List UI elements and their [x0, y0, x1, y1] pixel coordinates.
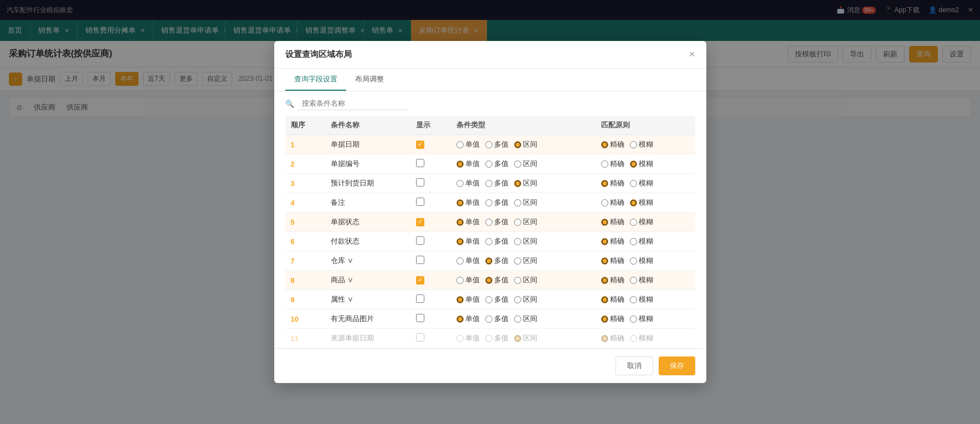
- condition-type-多值-option[interactable]: 多值: [485, 294, 509, 304]
- condition-type-单值-option[interactable]: 单值: [456, 198, 480, 208]
- row-display-cell: [411, 174, 450, 193]
- row-condition-type-cell: 单值多值区间: [451, 154, 596, 174]
- row-condition-name: 预计到货日期: [325, 174, 411, 193]
- row-condition-name: 商品 ∨: [325, 271, 411, 290]
- row-condition-name: 单据状态: [325, 213, 411, 232]
- condition-type-单值-option[interactable]: 单值: [456, 217, 480, 227]
- table-row: 1单据日期单值多值区间精确模糊: [285, 135, 695, 154]
- table-row: 9属性 ∨单值多值区间精确模糊: [285, 290, 695, 309]
- match-模糊-option[interactable]: 模糊: [630, 139, 653, 149]
- table-row: 5单据状态单值多值区间精确模糊: [285, 213, 695, 232]
- row-match-cell: 精确模糊: [596, 309, 695, 313]
- display-checkbox[interactable]: [416, 198, 424, 206]
- display-checkbox[interactable]: [416, 294, 424, 303]
- match-模糊-option[interactable]: 模糊: [630, 275, 653, 285]
- display-checkbox[interactable]: [416, 178, 424, 187]
- match-模糊-option[interactable]: 模糊: [630, 294, 653, 304]
- row-order: 9: [285, 290, 325, 309]
- match-模糊-option[interactable]: 模糊: [630, 159, 653, 169]
- condition-type-区间-option[interactable]: 区间: [514, 198, 537, 208]
- row-order: 2: [285, 154, 325, 174]
- row-condition-type-cell: 单值多值区间: [451, 193, 596, 213]
- row-condition-name: 付款状态: [325, 232, 411, 251]
- condition-type-单值-option[interactable]: 单值: [456, 275, 480, 285]
- condition-type-单值-option[interactable]: 单值: [456, 294, 480, 304]
- modal-search-bar: 🔍: [274, 91, 706, 116]
- row-display-cell: [411, 213, 450, 232]
- condition-type-单值-option[interactable]: 单值: [456, 178, 480, 188]
- modal-close-button[interactable]: ×: [689, 49, 695, 60]
- match-精确-option[interactable]: 精确: [601, 178, 624, 188]
- col-header-type: 条件类型: [451, 116, 596, 135]
- condition-type-单值-option[interactable]: 单值: [456, 256, 480, 266]
- condition-type-多值-option[interactable]: 多值: [485, 256, 509, 266]
- row-order: 1: [285, 135, 325, 154]
- condition-type-区间-option[interactable]: 区间: [514, 236, 537, 246]
- condition-type-区间-option[interactable]: 区间: [514, 275, 537, 285]
- condition-type-区间-option[interactable]: 区间: [514, 178, 537, 188]
- row-condition-name: 有无商品图片: [325, 309, 411, 313]
- match-模糊-option[interactable]: 模糊: [630, 178, 653, 188]
- condition-type-多值-option[interactable]: 多值: [485, 139, 509, 149]
- row-order: 6: [285, 232, 325, 251]
- row-display-cell: [411, 290, 450, 309]
- condition-type-区间-option[interactable]: 区间: [514, 294, 537, 304]
- condition-type-单值-option[interactable]: 单值: [456, 159, 480, 169]
- condition-type-区间-option[interactable]: 区间: [514, 217, 537, 227]
- table-row: 10有无商品图片单值多值区间精确模糊: [285, 309, 695, 313]
- modal-table: 顺序 条件名称 显示 条件类型 匹配原则 1单据日期单值多值区间精确模糊2单据编…: [274, 116, 706, 312]
- row-condition-type-cell: 单值多值区间: [451, 174, 596, 193]
- match-精确-option[interactable]: 精确: [601, 198, 624, 208]
- display-checkbox[interactable]: [416, 218, 424, 226]
- condition-type-多值-option[interactable]: 多值: [485, 236, 509, 246]
- display-checkbox[interactable]: [416, 236, 424, 245]
- match-精确-option[interactable]: 精确: [601, 256, 624, 266]
- condition-type-单值-option[interactable]: 单值: [456, 139, 480, 149]
- condition-type-多值-option[interactable]: 多值: [485, 178, 509, 188]
- row-condition-type-cell: 单值多值区间: [451, 213, 596, 232]
- row-order: 4: [285, 193, 325, 213]
- row-display-cell: [411, 251, 450, 271]
- row-display-cell: [411, 271, 450, 290]
- row-match-cell: 精确模糊: [596, 213, 695, 232]
- display-checkbox[interactable]: [416, 159, 424, 167]
- match-模糊-option[interactable]: 模糊: [630, 236, 653, 246]
- condition-type-单值-option[interactable]: 单值: [456, 236, 480, 246]
- table-row: 6付款状态单值多值区间精确模糊: [285, 232, 695, 251]
- row-order: 5: [285, 213, 325, 232]
- row-condition-type-cell: 单值多值区间: [451, 232, 596, 251]
- condition-type-多值-option[interactable]: 多值: [485, 159, 509, 169]
- match-精确-option[interactable]: 精确: [601, 294, 624, 304]
- search-icon: 🔍: [285, 100, 294, 108]
- condition-type-多值-option[interactable]: 多值: [485, 217, 509, 227]
- col-header-name: 条件名称: [325, 116, 411, 135]
- row-order: 10: [285, 309, 325, 313]
- match-精确-option[interactable]: 精确: [601, 275, 624, 285]
- row-condition-name: 备注: [325, 193, 411, 213]
- match-精确-option[interactable]: 精确: [601, 139, 624, 149]
- display-checkbox[interactable]: [416, 256, 424, 264]
- match-精确-option[interactable]: 精确: [601, 217, 624, 227]
- table-row: 4备注单值多值区间精确模糊: [285, 193, 695, 213]
- search-input[interactable]: [297, 97, 408, 110]
- condition-type-多值-option[interactable]: 多值: [485, 275, 509, 285]
- display-checkbox[interactable]: [416, 141, 424, 149]
- modal-tab-query-fields[interactable]: 查询字段设置: [285, 69, 346, 91]
- condition-type-多值-option[interactable]: 多值: [485, 198, 509, 208]
- condition-type-区间-option[interactable]: 区间: [514, 159, 537, 169]
- display-checkbox[interactable]: [416, 276, 424, 285]
- match-模糊-option[interactable]: 模糊: [630, 217, 653, 227]
- match-模糊-option[interactable]: 模糊: [630, 256, 653, 266]
- row-match-cell: 精确模糊: [596, 154, 695, 174]
- match-精确-option[interactable]: 精确: [601, 236, 624, 246]
- match-精确-option[interactable]: 精确: [601, 159, 624, 169]
- condition-type-区间-option[interactable]: 区间: [514, 256, 537, 266]
- condition-type-区间-option[interactable]: 区间: [514, 139, 537, 149]
- row-display-cell: [411, 193, 450, 213]
- row-condition-name: 仓库 ∨: [325, 251, 411, 271]
- modal-overlay: 设置查询区域布局 × 查询字段设置 布局调整 🔍 顺序 条件名称: [0, 0, 980, 312]
- row-condition-type-cell: 单值多值区间: [451, 290, 596, 309]
- match-模糊-option[interactable]: 模糊: [630, 198, 653, 208]
- modal-tab-layout[interactable]: 布局调整: [346, 69, 393, 91]
- table-row: 8商品 ∨单值多值区间精确模糊: [285, 271, 695, 290]
